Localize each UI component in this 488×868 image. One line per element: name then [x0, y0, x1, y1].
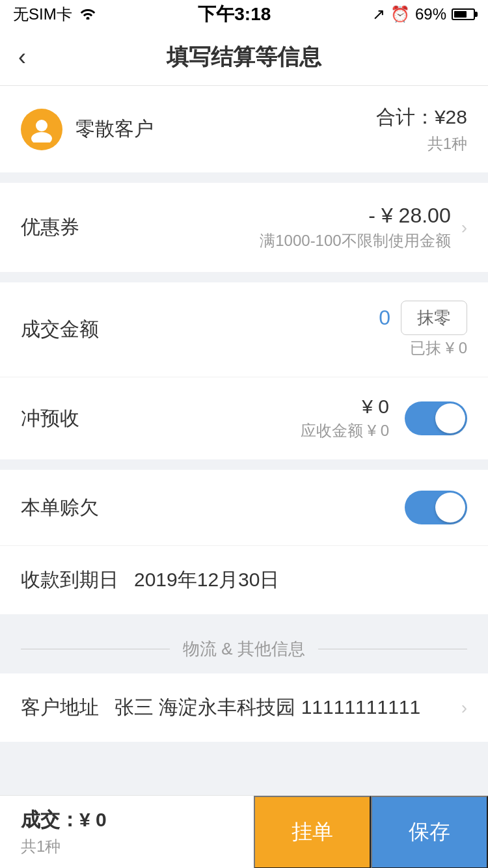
advance-value: ¥ 0	[301, 396, 389, 418]
debit-row: 本单赊欠	[0, 470, 488, 545]
customer-right: 合计：¥28 共1种	[376, 104, 467, 154]
coupon-value-area: - ¥ 28.00 满1000-100不限制使用金额	[260, 204, 450, 251]
location-icon: ↗	[372, 5, 385, 23]
battery-percent: 69%	[415, 5, 446, 23]
bottom-info: 成交：¥ 0 共1种	[0, 807, 254, 857]
deal-amount-sub: 已抹 ¥ 0	[379, 338, 467, 359]
toggle-circle	[435, 403, 465, 433]
logistics-card: 物流 & 其他信息 客户地址 张三 海淀永丰科技园 11111111111 ›	[0, 625, 488, 742]
pending-button[interactable]: 挂单	[254, 796, 371, 869]
svg-point-0	[36, 120, 47, 131]
svg-point-1	[31, 132, 52, 142]
status-bar: 无SIM卡 下午3:18 ↗ ⏰ 69%	[0, 0, 488, 29]
avatar	[21, 109, 62, 150]
status-right: ↗ ⏰ 69%	[372, 5, 475, 23]
debit-card: 本单赊欠 收款到期日 2019年12月30日	[0, 470, 488, 614]
coupon-right: - ¥ 28.00 满1000-100不限制使用金额 ›	[260, 204, 467, 251]
round-button[interactable]: 抹零	[401, 301, 467, 335]
address-row[interactable]: 客户地址 张三 海淀永丰科技园 11111111111 ›	[0, 673, 488, 742]
coupon-card: 优惠券 - ¥ 28.00 满1000-100不限制使用金额 ›	[0, 183, 488, 272]
chevron-right-icon: ›	[461, 217, 467, 238]
carrier-text: 无SIM卡	[13, 4, 72, 25]
due-date-label: 收款到期日	[21, 567, 118, 593]
coupon-row[interactable]: 优惠券 - ¥ 28.00 满1000-100不限制使用金额 ›	[0, 183, 488, 272]
due-date-row: 收款到期日 2019年12月30日	[0, 545, 488, 614]
bottom-deal-text: 成交：¥ 0	[21, 807, 233, 834]
debit-toggle[interactable]	[405, 491, 467, 524]
deal-amount-right: 0 抹零 已抹 ¥ 0	[379, 301, 467, 359]
customer-row: 零散客户 合计：¥28 共1种	[0, 86, 488, 172]
logistics-line-right	[318, 649, 467, 649]
advance-right: ¥ 0 应收金额 ¥ 0	[301, 396, 467, 441]
customer-card: 零散客户 合计：¥28 共1种	[0, 86, 488, 172]
page-title: 填写结算等信息	[167, 42, 321, 72]
deal-card: 成交金额 0 抹零 已抹 ¥ 0 冲预收 ¥ 0 应收金额 ¥ 0	[0, 282, 488, 459]
address-value: 张三 海淀永丰科技园 11111111111	[115, 694, 461, 721]
status-time: 下午3:18	[198, 2, 271, 27]
deal-amount-value[interactable]: 0	[379, 306, 390, 330]
bottom-deal-value: ¥ 0	[79, 809, 107, 830]
status-left: 无SIM卡	[13, 4, 97, 25]
coupon-desc: 满1000-100不限制使用金额	[260, 230, 450, 251]
bottom-count: 共1种	[21, 836, 233, 857]
advance-amounts: ¥ 0 应收金额 ¥ 0	[301, 396, 389, 441]
logistics-title: 物流 & 其他信息	[170, 638, 318, 660]
alarm-icon: ⏰	[390, 5, 410, 23]
address-label: 客户地址	[21, 694, 99, 721]
advance-label: 冲预收	[21, 405, 79, 432]
coupon-label: 优惠券	[21, 214, 79, 241]
customer-name: 零散客户	[75, 116, 154, 142]
bottom-deal-label: 成交：	[21, 809, 79, 830]
total-count: 共1种	[376, 133, 467, 154]
address-chevron-icon: ›	[461, 698, 467, 718]
deal-amount-label: 成交金额	[21, 316, 99, 343]
total-amount: 合计：¥28	[376, 104, 467, 131]
advance-sub: 应收金额 ¥ 0	[301, 420, 389, 441]
advance-toggle[interactable]	[405, 401, 467, 435]
person-icon	[29, 116, 55, 142]
wifi-icon	[79, 5, 97, 23]
deal-amount-row: 成交金额 0 抹零 已抹 ¥ 0	[0, 282, 488, 377]
deal-amount-area: 0 抹零 已抹 ¥ 0	[379, 301, 467, 359]
nav-bar: ‹ 填写结算等信息	[0, 29, 488, 86]
customer-left: 零散客户	[21, 109, 154, 150]
debit-toggle-circle	[435, 493, 465, 522]
content-area: 零散客户 合计：¥28 共1种 优惠券 - ¥ 28.00 满1000-100不…	[0, 86, 488, 830]
bottom-bar: 成交：¥ 0 共1种 挂单 保存	[0, 795, 488, 868]
save-button[interactable]: 保存	[371, 796, 488, 869]
logistics-header: 物流 & 其他信息	[0, 625, 488, 673]
back-button[interactable]: ‹	[18, 44, 26, 71]
advance-row: 冲预收 ¥ 0 应收金额 ¥ 0	[0, 377, 488, 459]
debit-label: 本单赊欠	[21, 495, 99, 521]
due-date-value: 2019年12月30日	[134, 567, 279, 593]
battery-icon	[452, 8, 475, 20]
logistics-line-left	[21, 649, 170, 649]
coupon-value: - ¥ 28.00	[260, 204, 450, 228]
